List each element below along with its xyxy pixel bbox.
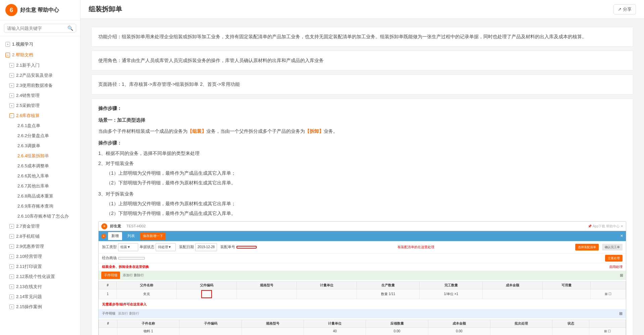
expand-icon: +	[9, 304, 14, 309]
sidebar-item-sales[interactable]: + 2.4销售管理	[0, 91, 80, 101]
mock-code-label: 装配单号	[220, 244, 235, 250]
mock-icons: 📌 App下载 帮助中心 ✕	[588, 223, 623, 229]
mock-th: 计量单位	[297, 282, 357, 289]
mock-annotation-4: 启用处理	[609, 264, 623, 270]
mock-app-name: 好生意	[110, 223, 121, 230]
mock-th2: 计量单位	[304, 320, 366, 328]
steps-card: 操作步骤： 场景一：加工类型选择 当由多个子件材料组装成一个成品的业务为【组装】…	[91, 99, 633, 335]
sidebar-item-data-prep[interactable]: + 2.3使用前数据准备	[0, 80, 80, 91]
mock-td	[543, 289, 590, 299]
mock-th: 生产数量	[357, 282, 420, 289]
mock-save-btn[interactable]: 保存新增一下	[140, 232, 166, 240]
sidebar-item-finance[interactable]: + 2.7资金管理	[0, 221, 80, 231]
mock-code-input[interactable]	[236, 246, 257, 248]
scenario1: 场景一：加工类型选择 当由多个子件材料组装成一个成品的业务为【组装】业务，当由一…	[98, 116, 626, 335]
sidebar-item-label: 1.视频学习	[12, 41, 33, 47]
mock-parent-row: 1 夹克 数量 1/11 1/单位 ×1	[99, 289, 626, 299]
sidebar-item-cost-adjust[interactable]: 2.6.5成本调整单	[5, 161, 80, 171]
sidebar-item-system[interactable]: + 2.12系统个性化设置	[0, 272, 80, 282]
role-card: 使用角色：通常由生产人员或库管人员完成拆装业务的操作，库管人员确认原材料的出库和…	[91, 51, 633, 70]
sidebar-item-split-stocktake[interactable]: 2.6.2分量盘点单	[5, 131, 80, 141]
mock-tab-new[interactable]: 新增	[108, 232, 122, 240]
mock-close[interactable]: ✕	[620, 233, 623, 239]
sidebar-item-assembly[interactable]: 2.6.4组装拆卸单	[5, 151, 80, 161]
mock-add-label: 添加行 删除行	[123, 272, 144, 278]
mock-td: 夹克	[117, 289, 177, 299]
sidebar-label: 2.1新手入门	[16, 62, 40, 68]
mock-th2: 子件编码	[179, 320, 241, 328]
sidebar-label: 2.14常见问题	[16, 294, 42, 300]
mock-start-btn[interactable]: 立案处理	[605, 255, 623, 262]
sidebar-item-stocktake[interactable]: 2.6.1盘点单	[5, 121, 80, 131]
sidebar-item-ledger-fix[interactable]: 2.6.10库存账本错了怎么办	[5, 211, 80, 221]
mock-type-input[interactable]: 组装▼	[118, 243, 138, 251]
mock-sub-row: 物料 1 40 0.00 0.00 ⊞ ☐	[99, 328, 626, 335]
sidebar-item-cost-recalc[interactable]: 2.6.8商品成本重算	[5, 191, 80, 201]
sidebar-item-docs[interactable]: − 2.帮助文档	[0, 50, 80, 60]
search-input[interactable]	[7, 26, 67, 31]
mock-td2	[490, 328, 552, 335]
expand-icon: +	[9, 244, 14, 249]
sidebar-item-mobile[interactable]: + 2.8手机旺铺	[0, 231, 80, 241]
mock-th: 父件编码	[177, 282, 237, 289]
steps-heading: 操作步骤：	[98, 104, 626, 113]
expand-icon: +	[9, 224, 14, 229]
step2: 2、对于组装业务	[98, 159, 626, 168]
sidebar-item-operations[interactable]: + 2.10经营管理	[0, 252, 80, 262]
expand-icon: +	[9, 93, 14, 98]
mock-td2: 0.00	[428, 328, 490, 335]
screenshot-mockup: 6 好生意 TEST-H002 📌 App下载 帮助中心 ✕ 6 新增 列表 保…	[98, 221, 626, 335]
mock-toggle-area: 组装业务、拆卸业务在这里切换 启用处理	[99, 263, 626, 271]
sidebar-item-install[interactable]: + 2.2产品安装及登录	[0, 70, 80, 80]
mock-annotation-5: 无需逐步导/组件可在这里录入	[102, 302, 147, 306]
mock-td2	[241, 328, 304, 335]
mock-td: ⊞ ☐	[590, 289, 626, 299]
mock-annotation-3: 组装业务、拆卸业务在这里切换	[102, 264, 149, 270]
path-text: 页面路径：1、库存核算->库存管理->组装拆卸单 2、首页->常用功能	[98, 81, 240, 87]
sidebar-item-cases[interactable]: + 2.15操作案例	[0, 302, 80, 312]
step3-sub1: （1）上部明细为父件明细，最终作为原材料生成其它出库单；	[98, 200, 626, 208]
sidebar-item-other-in[interactable]: 2.6.6其他入库单	[5, 171, 80, 181]
search-box[interactable]: 🔍	[4, 24, 76, 33]
expand-icon: +	[9, 294, 14, 299]
mock-status-input[interactable]: 待处理▼	[156, 243, 176, 251]
mock-toolbar-logo: 6	[101, 234, 106, 238]
mock-th: 成本金额	[483, 282, 543, 289]
mock-th2: 成本金额	[428, 320, 490, 328]
sidebar-label: 2.9优惠券管理	[16, 243, 44, 249]
sidebar-item-coupon[interactable]: + 2.9优惠券管理	[0, 241, 80, 252]
mock-select-bom-btn[interactable]: 选择装配清单	[575, 244, 599, 250]
mock-remarks-input[interactable]	[118, 257, 145, 260]
sidebar-item-transfer[interactable]: 2.6.3调拨单	[5, 141, 80, 151]
mock-td2: 40	[304, 328, 366, 335]
sidebar-item-payment[interactable]: + 2.13在线支付	[0, 282, 80, 292]
mock-code-field: 装配单号	[220, 244, 257, 250]
sidebar-item-newbie[interactable]: + 2.1新手入门	[0, 60, 80, 70]
collapse-icon: −	[9, 113, 14, 118]
nav-tree: + 1.视频学习 − 2.帮助文档 + 2.1新手入门 + 2.2产品安装及登录	[0, 36, 80, 335]
mock-bom-field: 有装配清单的在这里处理	[260, 244, 572, 250]
sidebar-item-video[interactable]: + 1.视频学习	[0, 39, 80, 50]
sidebar-item-inventory[interactable]: − 2.6库存核算	[0, 111, 80, 121]
sidebar-item-print[interactable]: + 2.11打印设置	[0, 262, 80, 272]
mock-td: 1/单位 ×1	[420, 289, 483, 299]
mock-section-orange-btn[interactable]: 子件明细	[101, 272, 120, 279]
mock-tab-list[interactable]: 列表	[124, 232, 138, 240]
search-area: 🔍	[0, 20, 80, 36]
sidebar-item-ledger-query[interactable]: 2.6.9库存账本查询	[5, 201, 80, 211]
sidebar-item-other-out[interactable]: 2.6.7其他出库单	[5, 181, 80, 191]
steps2-heading: 操作步骤：	[98, 139, 626, 147]
sidebar-item-purchase[interactable]: + 2.5采购管理	[0, 101, 80, 111]
sidebar-label: 2.10经营管理	[16, 254, 42, 260]
mock-grid-icon: ⊞	[620, 272, 623, 279]
mock-td2: ⊞ ☐	[589, 328, 626, 335]
topbar: 组装拆卸单 ↗ 分享	[80, 0, 644, 19]
mock-date-input[interactable]: 2019-12-28	[195, 243, 217, 251]
mock-confirm-btn[interactable]: 确认完工单	[602, 244, 623, 250]
mock-section-header: 子件明细 添加行 删除行 ⊞	[99, 271, 626, 280]
sidebar-item-faq[interactable]: + 2.14常见问题	[0, 292, 80, 302]
share-button[interactable]: ↗ 分享	[613, 4, 636, 14]
mock-th2: 子件名称	[117, 320, 179, 328]
sidebar-label: 2.11打印设置	[16, 264, 42, 270]
mock-annotation-1: 有装配清单的在这里处理	[397, 244, 434, 250]
